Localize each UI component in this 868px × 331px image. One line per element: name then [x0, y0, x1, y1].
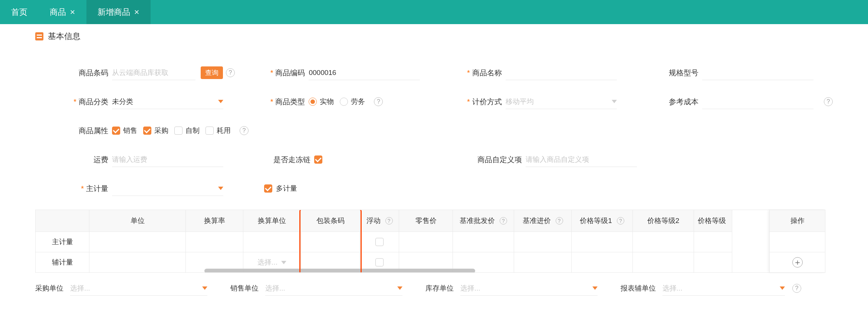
radio-icon	[309, 98, 317, 106]
refcost-input[interactable]	[702, 94, 813, 109]
label-pricing: 计价方式	[456, 97, 506, 107]
code-input[interactable]	[309, 65, 420, 80]
help-icon[interactable]: ?	[385, 217, 393, 225]
cell-float[interactable]	[360, 232, 399, 252]
cell-lv3[interactable]	[694, 252, 732, 272]
label-sale-unit: 销售单位	[230, 284, 259, 293]
label-custom: 商品自定义项	[466, 155, 526, 165]
cell-rateunit[interactable]	[243, 232, 301, 252]
label-attr: 商品属性	[62, 126, 112, 136]
row-aux-label: 辅计量	[36, 252, 89, 272]
cell-op-add: ＋	[770, 252, 825, 272]
barcode-input[interactable]	[112, 65, 195, 80]
table-fixed-right: 操作 ＋	[769, 210, 825, 272]
cell-lv3[interactable]	[694, 232, 732, 252]
cell-unit[interactable]	[89, 252, 186, 272]
help-icon[interactable]: ?	[556, 217, 563, 225]
th-pack-barcode: 包装条码	[301, 210, 360, 232]
row-main-label: 主计量	[36, 232, 89, 252]
th-float: 浮动?	[360, 210, 399, 232]
help-icon[interactable]: ?	[240, 126, 249, 135]
cell-retail[interactable]	[399, 232, 453, 252]
help-icon[interactable]: ?	[617, 217, 624, 225]
label-freight: 运费	[62, 155, 112, 165]
spec-input[interactable]	[702, 65, 813, 80]
sale-unit-select[interactable]: 选择...	[265, 281, 402, 296]
checkbox-icon[interactable]	[375, 238, 384, 246]
th-retail: 零售价	[399, 210, 453, 232]
checkbox-icon	[206, 127, 214, 135]
stock-unit-select[interactable]: 选择...	[460, 281, 598, 296]
section-basic-info: 基本信息	[35, 31, 833, 42]
checkbox-icon[interactable]	[375, 258, 384, 266]
multiunit-checkbox[interactable]	[264, 184, 272, 193]
help-icon[interactable]: ?	[792, 284, 801, 293]
horizontal-scrollbar[interactable]	[204, 269, 475, 272]
chk-selfmade[interactable]: 自制	[174, 126, 200, 135]
label-stock-unit: 库存单位	[425, 284, 454, 293]
chevron-down-icon	[612, 100, 617, 103]
freight-input[interactable]	[112, 152, 223, 167]
cell-wholesale[interactable]	[453, 232, 514, 252]
name-input[interactable]	[506, 65, 617, 80]
label-name: 商品名称	[456, 68, 506, 78]
chk-sale[interactable]: 销售	[112, 126, 137, 135]
cell-lv2[interactable]	[633, 232, 694, 252]
cell-unit[interactable]	[89, 232, 186, 252]
tab-new-good-label: 新增商品	[98, 7, 130, 18]
label-mainunit: 主计量	[62, 184, 112, 194]
tab-home[interactable]: 首页	[0, 0, 39, 24]
label-code: 商品编码	[259, 68, 309, 78]
cell-lv1[interactable]	[572, 252, 633, 272]
cell-lv2[interactable]	[633, 252, 694, 272]
label-spec: 规格型号	[652, 68, 702, 78]
cell-basecost[interactable]	[514, 252, 572, 272]
th-basecost: 基准进价?	[514, 210, 572, 232]
cell-lv1[interactable]	[572, 232, 633, 252]
help-icon[interactable]: ?	[500, 217, 507, 225]
help-icon[interactable]: ?	[226, 68, 235, 77]
th-op: 操作	[770, 210, 825, 232]
purchase-unit-select[interactable]: 选择...	[70, 281, 207, 296]
label-type: 商品类型	[259, 97, 309, 107]
tab-bar: 首页 商品 ✕ 新增商品 ✕	[0, 0, 868, 24]
help-icon[interactable]: ?	[374, 97, 383, 106]
table-row	[89, 232, 769, 252]
help-icon[interactable]: ?	[824, 97, 833, 106]
tab-goods[interactable]: 商品 ✕	[39, 0, 86, 24]
pricing-select[interactable]: 移动平均	[506, 94, 617, 109]
close-icon[interactable]: ✕	[70, 8, 75, 16]
chevron-down-icon	[218, 187, 223, 190]
th-level3-cut: 价格等级	[694, 210, 732, 232]
th-rateunit: 换算单位	[243, 210, 301, 232]
chk-purchase[interactable]: 采购	[143, 126, 168, 135]
label-coldchain: 是否走冻链	[264, 155, 314, 165]
tab-new-good[interactable]: 新增商品 ✕	[86, 0, 151, 24]
section-icon	[35, 32, 43, 40]
category-select[interactable]: 未分类	[112, 94, 223, 109]
th-unit: 单位	[89, 210, 186, 232]
coldchain-checkbox[interactable]	[314, 155, 322, 164]
cell-rate[interactable]	[186, 232, 243, 252]
cell-basecost[interactable]	[514, 232, 572, 252]
table-scroll[interactable]: 单位 换算率 换算单位 包装条码 浮动? 零售价 基准批发价? 基准进价? 价格…	[89, 210, 769, 272]
add-row-button[interactable]: ＋	[792, 257, 803, 268]
label-category: 商品分类	[62, 97, 112, 107]
th-rate: 换算率	[186, 210, 243, 232]
radio-physical[interactable]: 实物	[309, 97, 334, 106]
bottom-unit-row: 采购单位 选择... 销售单位 选择... 库存单位 选择... 报表辅单位 选…	[35, 281, 833, 296]
mainunit-select[interactable]	[112, 181, 223, 196]
close-icon[interactable]: ✕	[134, 8, 139, 16]
chevron-down-icon	[397, 286, 402, 290]
radio-service[interactable]: 劳务	[340, 97, 365, 106]
cell-packbarcode[interactable]	[301, 232, 360, 252]
cell-op	[770, 232, 825, 252]
checkbox-icon	[143, 127, 151, 135]
custom-input[interactable]	[526, 152, 637, 167]
label-report-unit: 报表辅单位	[621, 284, 656, 293]
chk-consume[interactable]: 耗用	[206, 126, 231, 135]
report-unit-select[interactable]: 选择...	[662, 281, 785, 296]
label-refcost: 参考成本	[652, 97, 702, 107]
radio-icon	[340, 98, 348, 106]
lookup-button[interactable]: 查询	[201, 66, 223, 79]
